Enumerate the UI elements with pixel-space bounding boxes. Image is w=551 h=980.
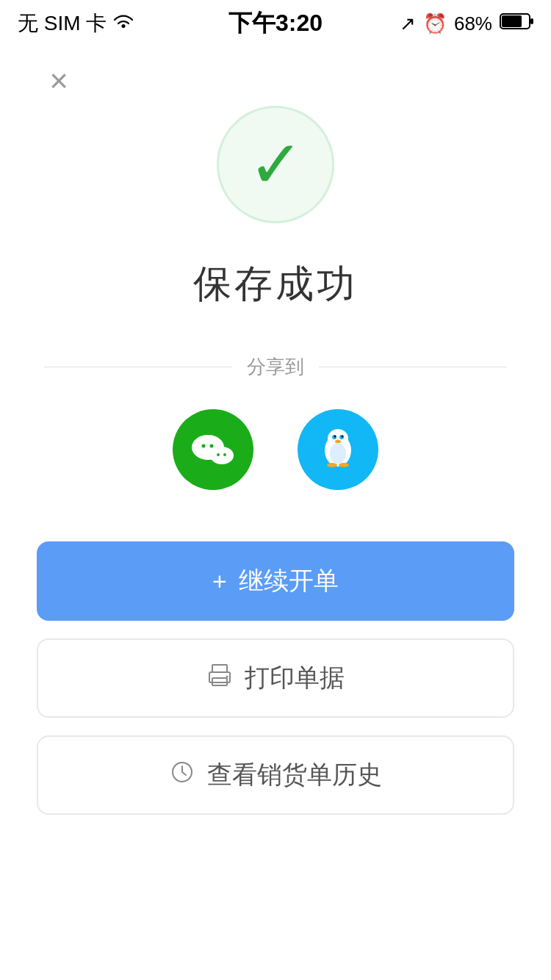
battery-label: 68%	[454, 12, 492, 35]
divider-line-left	[44, 367, 232, 367]
history-label: 查看销货单历史	[207, 758, 382, 792]
svg-point-8	[223, 453, 226, 456]
svg-point-18	[339, 463, 349, 467]
success-icon-circle: ✓	[217, 106, 334, 223]
share-qq-button[interactable]	[298, 409, 378, 490]
svg-point-7	[217, 453, 220, 456]
svg-point-15	[335, 440, 341, 444]
share-divider: 分享到	[0, 354, 551, 380]
no-sim-label: 无 SIM 卡	[18, 10, 107, 37]
clock-icon	[169, 759, 195, 791]
continue-button[interactable]: + 继续开单	[37, 541, 514, 621]
history-button[interactable]: 查看销货单历史	[37, 735, 514, 815]
qq-icon	[312, 424, 364, 475]
svg-point-14	[342, 436, 344, 438]
alarm-icon: ⏰	[423, 12, 447, 35]
checkmark-icon: ✓	[248, 131, 303, 198]
status-bar: 无 SIM 卡 下午3:20 ↗ ⏰ 68%	[0, 0, 551, 47]
status-left: 无 SIM 卡	[18, 10, 134, 37]
status-time: 下午3:20	[228, 7, 323, 40]
svg-point-22	[226, 676, 228, 678]
status-right: ↗ ⏰ 68%	[400, 12, 533, 35]
continue-label: 继续开单	[239, 564, 339, 598]
print-icon	[206, 662, 233, 694]
close-button[interactable]: ×	[37, 59, 81, 103]
success-title: 保存成功	[193, 259, 358, 310]
wechat-icon	[187, 424, 239, 475]
close-icon: ×	[49, 65, 68, 97]
svg-point-5	[202, 444, 206, 448]
svg-point-17	[327, 463, 337, 467]
share-icons-row	[173, 409, 378, 490]
divider-line-right	[319, 367, 507, 367]
battery-icon	[500, 12, 533, 35]
svg-rect-19	[212, 665, 227, 672]
svg-rect-1	[530, 18, 533, 24]
location-icon: ↗	[400, 12, 416, 35]
plus-icon: +	[212, 567, 227, 596]
share-wechat-button[interactable]	[173, 409, 253, 490]
svg-point-13	[334, 436, 336, 438]
svg-point-6	[210, 444, 214, 448]
wifi-icon	[112, 12, 134, 36]
share-divider-text: 分享到	[247, 354, 304, 380]
action-buttons: + 继续开单 打印单据 查看销货单历史	[0, 541, 551, 815]
svg-point-4	[210, 447, 234, 464]
print-button[interactable]: 打印单据	[37, 638, 514, 718]
svg-rect-2	[502, 15, 522, 27]
svg-point-16	[330, 443, 346, 464]
print-label: 打印单据	[245, 661, 345, 695]
main-content: ✓ 保存成功 分享到	[0, 47, 551, 815]
